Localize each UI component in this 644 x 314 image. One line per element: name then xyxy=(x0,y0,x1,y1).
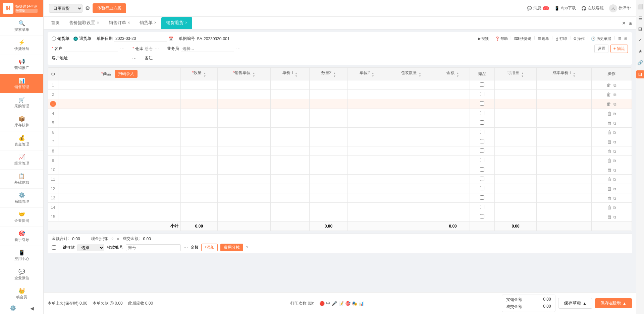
copy-row-btn[interactable]: ⧉ xyxy=(612,140,617,144)
sidebar-item-member[interactable]: 👑 畅会员 xyxy=(0,284,43,302)
tab-price-setting[interactable]: 售价提取设置 ✕ xyxy=(64,17,104,29)
customer-select-btn[interactable]: ··· xyxy=(120,46,124,52)
salesperson-input[interactable] xyxy=(181,46,234,52)
user-item[interactable]: 人 徐泽华 xyxy=(609,4,631,12)
delete-row-btn[interactable]: 🗑 xyxy=(606,167,612,173)
save-new-button[interactable]: 保存&新增 ▲ xyxy=(595,298,632,308)
sidebar-item-wechat[interactable]: 💬 企业微信 xyxy=(0,265,43,284)
delete-row-btn[interactable]: 🗑 xyxy=(606,82,612,88)
delete-row-btn[interactable]: 🗑 xyxy=(606,214,612,219)
copy-row-btn[interactable]: ⧉ xyxy=(612,168,617,173)
header-gear-icon[interactable]: ⚙ xyxy=(85,5,90,11)
row-qty2[interactable] xyxy=(309,90,347,99)
row-gift[interactable] xyxy=(470,90,494,99)
copy-row-btn[interactable]: ⧉ xyxy=(612,121,617,126)
copy-row-btn[interactable]: ⧉ xyxy=(612,112,617,116)
row-amount[interactable] xyxy=(436,90,470,99)
row-cost-price[interactable] xyxy=(536,99,591,109)
tab-home[interactable]: 首页 xyxy=(46,17,64,29)
sidebar-gear-icon[interactable]: ⚙️ xyxy=(10,305,16,311)
delete-row-btn[interactable]: 🗑 xyxy=(606,139,612,144)
action-history[interactable]: 🕐 历史单据 xyxy=(590,36,612,42)
row-qty[interactable] xyxy=(180,99,217,109)
row-pack-qty[interactable] xyxy=(386,80,436,90)
tab-sales-delivery-close[interactable]: ✕ xyxy=(154,21,157,24)
copy-row-btn[interactable]: ⧉ xyxy=(612,130,617,135)
right-icon-2[interactable]: ☰ xyxy=(638,14,643,22)
radio-delivery[interactable]: 销货单 xyxy=(52,36,69,42)
tab-sales-order-close[interactable]: ✕ xyxy=(127,21,130,24)
delete-row-btn[interactable]: 🗑 xyxy=(606,148,612,154)
remark-input[interactable] xyxy=(155,55,255,61)
row-available[interactable] xyxy=(495,99,537,109)
save-draft-button[interactable]: 保存草稿 ▲ xyxy=(558,298,593,309)
radio-delivery-input[interactable] xyxy=(52,37,56,41)
experience-button[interactable]: 体验行业方案 xyxy=(93,3,126,13)
right-icon-3[interactable]: ⊞ xyxy=(638,26,643,33)
row-product[interactable] xyxy=(58,90,181,99)
row-pack-qty[interactable] xyxy=(386,99,436,109)
sidebar-item-finance[interactable]: 💰 资金管理 xyxy=(0,131,43,150)
copy-row-btn[interactable]: ⧉ xyxy=(612,149,617,154)
gift-checkbox[interactable] xyxy=(480,111,484,115)
sidebar-item-inventory[interactable]: 📦 库存核算 xyxy=(0,112,43,131)
action-operate[interactable]: ⚙ 操作 xyxy=(572,36,586,42)
sidebar-item-search[interactable]: 🔍 搜索菜单 xyxy=(0,17,43,36)
delete-row-btn[interactable]: 🗑 xyxy=(606,158,612,163)
row-price[interactable] xyxy=(271,90,310,99)
row-pack-qty[interactable] xyxy=(386,90,436,99)
cost-price-info-icon[interactable]: ℹ xyxy=(570,71,571,75)
delete-row-btn[interactable]: 🗑 xyxy=(606,205,612,210)
right-icon-1[interactable]: ⬜ xyxy=(638,3,643,11)
action-select[interactable]: ☰ 选单 xyxy=(536,36,550,42)
doc-date-input[interactable] xyxy=(114,36,167,42)
row-qty2[interactable] xyxy=(309,80,347,90)
radio-return-input[interactable] xyxy=(73,37,78,41)
sidebar-item-guide[interactable]: 🎯 新手引导 xyxy=(0,227,43,246)
sidebar-item-marketing[interactable]: 📢 营销推广 xyxy=(0,55,43,74)
address-input[interactable] xyxy=(70,55,130,61)
copy-row-btn[interactable]: ⧉ xyxy=(613,92,617,97)
sidebar-item-business[interactable]: 📈 经营管理 xyxy=(0,150,43,170)
warehouse-select-btn[interactable]: ··· xyxy=(155,46,159,52)
fee-split-btn[interactable]: 费用分摊 xyxy=(220,244,243,251)
copy-row-btn[interactable]: ⧉ xyxy=(613,83,617,88)
copy-row-btn[interactable]: ⧉ xyxy=(612,196,617,201)
row-unit2[interactable] xyxy=(348,90,386,99)
row-unit2[interactable] xyxy=(348,99,386,109)
sidebar-item-apps[interactable]: 📱 应用中心 xyxy=(0,246,43,265)
row-cost-price[interactable] xyxy=(536,90,591,99)
copy-row-btn[interactable]: ⧉ xyxy=(612,177,617,182)
view-grid-btn[interactable]: ⊞ xyxy=(624,36,628,42)
set-button[interactable]: 设置 xyxy=(594,45,608,53)
gift-checkbox[interactable] xyxy=(480,158,484,162)
account-select-btn[interactable]: ··· xyxy=(183,245,188,251)
gift-checkbox[interactable] xyxy=(480,167,484,172)
payment-method-select[interactable]: 选择 xyxy=(77,244,104,251)
delete-row-btn[interactable]: 🗑 xyxy=(606,92,612,97)
account-input[interactable] xyxy=(126,244,181,251)
add-payment-btn[interactable]: +添加 xyxy=(201,244,218,251)
delete-row-btn[interactable]: 🗑 xyxy=(606,111,612,116)
tab-sales-delivery[interactable]: 销货单 ✕ xyxy=(135,17,161,29)
action-video[interactable]: ▶ 视频 xyxy=(477,36,490,42)
sidebar-item-enterprise[interactable]: 🤝 企业协同 xyxy=(0,208,43,227)
online-service-item[interactable]: 🎧 在线客服 xyxy=(581,5,604,11)
industry-select[interactable]: 日用百货 xyxy=(49,4,83,13)
copy-row-btn[interactable]: ⧉ xyxy=(612,215,617,219)
row-price[interactable] xyxy=(271,80,310,90)
right-icon-6[interactable]: 🔗 xyxy=(638,59,643,67)
copy-row-btn[interactable]: ⧉ xyxy=(612,205,617,210)
gift-checkbox[interactable] xyxy=(480,186,484,190)
row-qty[interactable] xyxy=(180,80,217,90)
row-amount[interactable] xyxy=(436,99,470,109)
col-gear[interactable]: ⚙ xyxy=(48,68,58,80)
row-unit2[interactable] xyxy=(348,80,386,90)
price-info-icon[interactable]: ℹ xyxy=(292,71,293,75)
sidebar-item-sales[interactable]: 📊 销售管理 xyxy=(0,74,43,93)
calendar-icon[interactable]: 📅 xyxy=(168,37,173,41)
payment-help-icon[interactable]: ? xyxy=(246,245,248,250)
tab-sales-return-close[interactable]: ✕ xyxy=(185,21,187,24)
sidebar-item-system[interactable]: ⚙️ 系统管理 xyxy=(0,189,43,208)
row-gift[interactable] xyxy=(470,99,494,109)
